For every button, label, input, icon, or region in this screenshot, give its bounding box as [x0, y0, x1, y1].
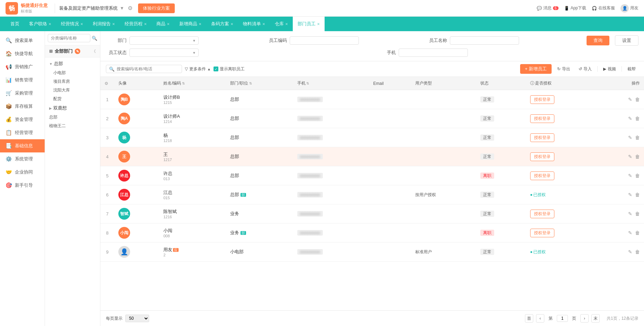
- message-btn[interactable]: 💬 消息 6: [537, 5, 559, 11]
- sidebar-item-basicinfo[interactable]: 📑 基础信息: [0, 139, 45, 152]
- nav-close-icon[interactable]: ✕: [144, 22, 147, 26]
- filter-more-btn[interactable]: ▽ 更多条件 ▲: [185, 66, 211, 72]
- view-btn[interactable]: ▶ 视频: [600, 65, 619, 73]
- filter-dept-select[interactable]: [129, 36, 199, 45]
- next-page-btn[interactable]: ›: [580, 314, 589, 323]
- sidebar-item-finance[interactable]: 💰 资金管理: [0, 113, 45, 126]
- edit-btn[interactable]: ✎: [628, 135, 632, 140]
- import-btn[interactable]: ↺ 导入: [576, 65, 595, 73]
- edit-btn[interactable]: ✎: [628, 230, 632, 236]
- dept-collapse-icon[interactable]: 《: [92, 49, 96, 54]
- edit-btn[interactable]: ✎: [628, 173, 632, 178]
- settings-icon[interactable]: ⚙: [128, 5, 133, 11]
- edit-btn[interactable]: ✎: [628, 97, 632, 102]
- auth-btn[interactable]: 授权登录: [530, 114, 554, 123]
- last-page-btn[interactable]: 末: [591, 314, 600, 323]
- nav-item-home[interactable]: 首页: [6, 17, 24, 31]
- nav-close-icon[interactable]: ✕: [80, 22, 83, 26]
- edit-btn[interactable]: ✎: [628, 154, 632, 159]
- sidebar-item-collab[interactable]: 🤝 企业协同: [0, 166, 45, 179]
- nav-close-icon[interactable]: ✕: [112, 22, 115, 26]
- nav-item-employee[interactable]: 部门员工 ✕: [293, 17, 325, 31]
- delete-btn[interactable]: 🗑: [635, 116, 640, 121]
- delete-btn[interactable]: 🗑: [635, 173, 640, 178]
- nav-close-icon[interactable]: ✕: [230, 22, 233, 26]
- nav-close-active-icon[interactable]: ✕: [317, 22, 320, 26]
- auth-btn[interactable]: 授权登录: [530, 152, 554, 161]
- nav-item-bom[interactable]: 物料清单 ✕: [238, 17, 270, 31]
- page-size-select[interactable]: 50 20 100: [125, 315, 149, 322]
- dept-child-peihuo[interactable]: 配货: [45, 95, 100, 103]
- nav-close-icon[interactable]: ✕: [167, 22, 170, 26]
- dept-search-input[interactable]: [48, 34, 90, 42]
- export-btn[interactable]: ↻ 导出: [554, 65, 573, 73]
- sidebar-item-quicknav[interactable]: 🏠 快捷导航: [0, 47, 45, 60]
- sidebar-item-sales[interactable]: 📊 销售管理: [0, 73, 45, 87]
- nav-item-barcode[interactable]: 条码方案 ✕: [206, 17, 238, 31]
- sidebar-item-system[interactable]: ⚙️ 系统管理: [0, 152, 45, 166]
- sidebar-item-marketing[interactable]: 📢 营销推广: [0, 60, 45, 73]
- user-btn[interactable]: 👤 用友: [620, 4, 638, 12]
- dept-child-shenyang[interactable]: 沈阳大库: [45, 86, 100, 95]
- delete-btn[interactable]: 🗑: [635, 211, 640, 217]
- current-page-input[interactable]: [557, 315, 568, 322]
- col-name[interactable]: 姓名/编码: [159, 77, 226, 90]
- nav-item-history[interactable]: 经营历程 ✕: [120, 17, 152, 31]
- dept-edit-icon[interactable]: ✎: [75, 49, 80, 54]
- auth-btn[interactable]: 授权登录: [530, 95, 554, 104]
- col-phone[interactable]: 手机: [293, 77, 369, 90]
- filter-empname-input[interactable]: [450, 36, 519, 45]
- dept-search-icon[interactable]: 🔍: [92, 36, 97, 41]
- dept-group-title-shuanglu[interactable]: ▶ 双鹿想: [45, 103, 100, 113]
- nav-close-icon[interactable]: ✕: [262, 22, 265, 26]
- nav-item-goods[interactable]: 商品 ✕: [152, 17, 174, 31]
- show-resigned-checkbox[interactable]: ✓: [214, 67, 218, 71]
- search-input[interactable]: [117, 65, 179, 73]
- edit-btn[interactable]: ✎: [628, 192, 632, 197]
- delete-btn[interactable]: 🗑: [635, 230, 640, 236]
- delete-btn[interactable]: 🗑: [635, 135, 640, 140]
- auth-btn[interactable]: 授权登录: [530, 229, 554, 237]
- dept-all-label[interactable]: 全部部门: [55, 48, 73, 54]
- auth-btn[interactable]: 授权登录: [530, 133, 554, 142]
- try-btn[interactable]: 体验行业方案: [138, 3, 175, 13]
- sidebar-item-inventory[interactable]: 📦 库存核算: [0, 100, 45, 113]
- sidebar-item-guide[interactable]: 🎯 新手引导: [0, 179, 45, 192]
- show-resigned-toggle[interactable]: ✓ 显示离职员工: [214, 66, 245, 72]
- edit-btn[interactable]: ✎: [628, 116, 632, 121]
- sidebar-item-management[interactable]: 📋 经营管理: [0, 126, 45, 139]
- auth-btn[interactable]: 授权登录: [530, 210, 554, 218]
- reset-button[interactable]: 设置: [615, 35, 638, 46]
- query-button[interactable]: 查询: [587, 36, 609, 45]
- dept-group-title-zongbu[interactable]: ▼ 总部: [45, 59, 100, 69]
- nav-item-operation[interactable]: 经营情况 ✕: [56, 17, 88, 31]
- nav-item-warehouse[interactable]: 仓库 ✕: [270, 17, 293, 31]
- nav-close-icon[interactable]: ✕: [285, 22, 288, 26]
- col-settings[interactable]: ⚙: [100, 77, 114, 90]
- dept-child-xiaodian[interactable]: 小电部: [45, 69, 100, 77]
- sidebar-item-purchase[interactable]: 🛒 采购管理: [0, 87, 45, 100]
- dept-child-project[interactable]: 项目库房: [45, 77, 100, 86]
- service-btn[interactable]: 🎧 在线客服: [592, 5, 615, 11]
- dropdown-arrow-icon[interactable]: ▼: [120, 6, 124, 11]
- nav-item-add-goods[interactable]: 新增商品 ✕: [174, 17, 206, 31]
- edit-btn[interactable]: ✎: [628, 211, 632, 217]
- delete-btn[interactable]: 🗑: [635, 154, 640, 159]
- edit-btn[interactable]: ✎: [628, 249, 632, 255]
- delete-btn[interactable]: 🗑: [635, 97, 640, 102]
- nav-close-icon[interactable]: ✕: [48, 22, 51, 26]
- delete-btn[interactable]: 🗑: [635, 249, 640, 255]
- nav-item-customer[interactable]: 客户联络 ✕: [24, 17, 56, 31]
- col-settings-icon[interactable]: ⚙: [105, 81, 108, 86]
- filter-status-select[interactable]: [129, 49, 199, 57]
- prev-page-btn[interactable]: ‹: [536, 314, 544, 323]
- help-btn[interactable]: 截帮: [625, 65, 638, 73]
- add-employee-btn[interactable]: + 新增员工: [520, 64, 552, 74]
- filter-phone-input[interactable]: [399, 49, 468, 57]
- delete-btn[interactable]: 🗑: [635, 192, 640, 197]
- dept-child-zhiwu[interactable]: 植物王二: [45, 122, 100, 130]
- sidebar-item-search[interactable]: 🔍 搜索菜单: [0, 34, 45, 47]
- nav-item-profit[interactable]: 利润报告 ✕: [88, 17, 120, 31]
- first-page-btn[interactable]: 首: [525, 314, 533, 323]
- auth-btn[interactable]: 授权登录: [530, 171, 554, 180]
